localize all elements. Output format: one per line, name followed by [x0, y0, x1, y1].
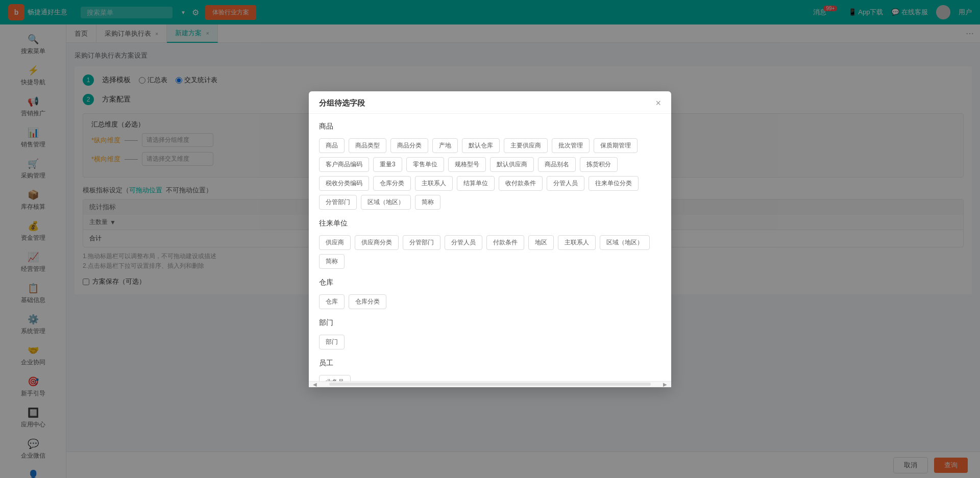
field-tag-2-1[interactable]: 仓库分类 [349, 294, 386, 309]
field-section-3: 部门部门 [319, 318, 661, 349]
field-tag-1-2[interactable]: 分管部门 [403, 235, 440, 250]
field-tag-0-2[interactable]: 商品分类 [390, 138, 428, 153]
field-tag-0-6[interactable]: 批次管理 [552, 138, 590, 153]
field-tag-1-3[interactable]: 分管人员 [445, 235, 482, 250]
modal-header: 分组待选字段 × [309, 91, 671, 114]
field-tag-0-21[interactable]: 往来单位分类 [589, 176, 639, 191]
field-section-4: 员工业务员 [319, 359, 661, 381]
field-tag-0-0[interactable]: 商品 [319, 138, 345, 153]
field-grid-2: 仓库仓库分类 [319, 294, 661, 309]
field-tag-0-16[interactable]: 仓库分类 [373, 176, 411, 191]
field-section-0: 商品商品商品类型商品分类产地默认仓库主要供应商批次管理保质期管理客户商品编码重量… [319, 122, 661, 210]
field-grid-3: 部门 [319, 335, 661, 349]
field-tag-0-1[interactable]: 商品类型 [349, 138, 386, 153]
field-tag-0-22[interactable]: 分管部门 [319, 195, 357, 210]
field-tag-1-5[interactable]: 地区 [528, 235, 554, 250]
field-tag-0-10[interactable]: 零售单位 [406, 157, 444, 172]
modal-overlay[interactable]: 分组待选字段 × 商品商品商品类型商品分类产地默认仓库主要供应商批次管理保质期管… [0, 0, 980, 478]
field-tag-0-23[interactable]: 区域（地区） [361, 195, 411, 210]
field-tag-1-7[interactable]: 区域（地区） [600, 235, 650, 250]
modal-title: 分组待选字段 [319, 98, 365, 108]
field-tag-3-0[interactable]: 部门 [319, 335, 345, 349]
scroll-track[interactable] [329, 383, 651, 386]
modal-body: 商品商品商品类型商品分类产地默认仓库主要供应商批次管理保质期管理客户商品编码重量… [309, 114, 671, 381]
field-tag-0-18[interactable]: 结算单位 [457, 176, 495, 191]
field-tag-0-12[interactable]: 默认供应商 [490, 157, 534, 172]
field-section-1: 往来单位供应商供应商分类分管部门分管人员付款条件地区主联系人区域（地区）简称 [319, 219, 661, 269]
field-tag-0-17[interactable]: 主联系人 [415, 176, 453, 191]
field-tag-0-24[interactable]: 简称 [415, 195, 440, 210]
field-tag-0-20[interactable]: 分管人员 [547, 176, 584, 191]
field-tag-1-0[interactable]: 供应商 [319, 235, 351, 250]
field-tag-0-13[interactable]: 商品别名 [538, 157, 576, 172]
field-grid-4: 业务员 [319, 375, 661, 381]
field-section-title-2: 仓库 [319, 278, 661, 289]
field-section-title-4: 员工 [319, 359, 661, 370]
field-section-title-0: 商品 [319, 122, 661, 133]
field-tag-0-15[interactable]: 税收分类编码 [319, 176, 369, 191]
field-tag-0-5[interactable]: 主要供应商 [504, 138, 548, 153]
field-grid-1: 供应商供应商分类分管部门分管人员付款条件地区主联系人区域（地区）简称 [319, 235, 661, 269]
field-tag-0-7[interactable]: 保质期管理 [594, 138, 638, 153]
field-section-title-1: 往来单位 [319, 219, 661, 230]
field-tag-0-19[interactable]: 收付款条件 [499, 176, 543, 191]
modal: 分组待选字段 × 商品商品商品类型商品分类产地默认仓库主要供应商批次管理保质期管… [309, 91, 671, 387]
field-tag-0-4[interactable]: 默认仓库 [462, 138, 500, 153]
scroll-right-icon[interactable]: ▶ [659, 382, 671, 387]
field-tag-0-9[interactable]: 重量3 [373, 157, 402, 172]
field-tag-0-3[interactable]: 产地 [432, 138, 458, 153]
field-tag-1-6[interactable]: 主联系人 [558, 235, 596, 250]
field-section-2: 仓库仓库仓库分类 [319, 278, 661, 309]
field-tag-0-14[interactable]: 拣货积分 [580, 157, 618, 172]
field-tag-2-0[interactable]: 仓库 [319, 294, 345, 309]
field-tag-0-11[interactable]: 规格型号 [448, 157, 486, 172]
field-tag-1-1[interactable]: 供应商分类 [355, 235, 399, 250]
field-section-title-3: 部门 [319, 318, 661, 330]
field-tag-1-4[interactable]: 付款条件 [486, 235, 524, 250]
field-tag-0-8[interactable]: 客户商品编码 [319, 157, 369, 172]
field-tag-4-0[interactable]: 业务员 [319, 375, 351, 381]
scroll-left-icon[interactable]: ◀ [309, 382, 321, 387]
field-tag-1-8[interactable]: 简称 [319, 254, 345, 269]
field-grid-0: 商品商品类型商品分类产地默认仓库主要供应商批次管理保质期管理客户商品编码重量3零… [319, 138, 661, 210]
modal-close-button[interactable]: × [655, 98, 661, 108]
modal-bottom-scroll: ◀ ▶ [309, 381, 671, 387]
